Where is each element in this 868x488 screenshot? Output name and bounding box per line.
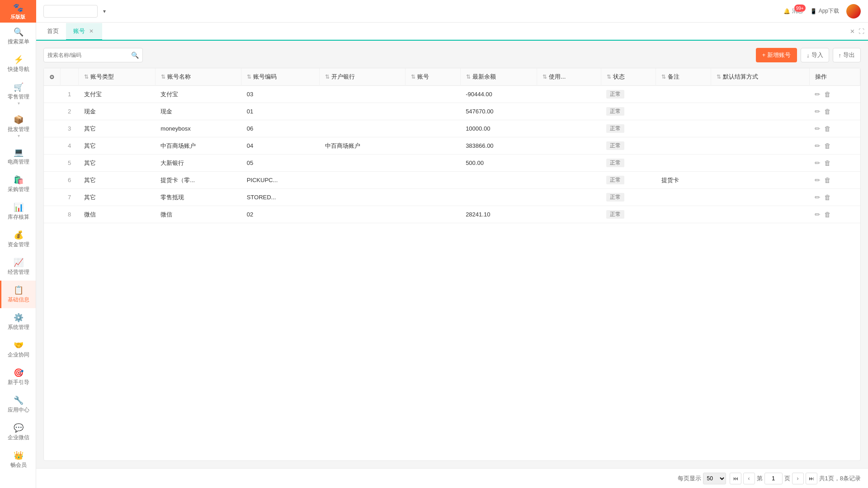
row-status: 正常 (601, 206, 656, 223)
col-num (61, 68, 79, 86)
sidebar-item-wholesale-mgmt[interactable]: 📦批发管理▾ (0, 110, 36, 143)
add-account-button[interactable]: + 新增账号 (756, 48, 797, 62)
col-status[interactable]: ⇅状态 (601, 68, 656, 86)
edit-button[interactable]: ✏ (815, 176, 821, 184)
sidebar-item-system-mgmt[interactable]: ⚙️系统管理 (0, 308, 36, 336)
table-row: 4 其它 中百商场账户 04 中百商场账户 383866.00 正常 ✏ 🗑 (44, 137, 860, 155)
sidebar-item-label: 基础信息 (8, 296, 29, 304)
row-gear[interactable] (44, 86, 61, 103)
edit-button[interactable]: ✏ (815, 90, 821, 99)
delete-button[interactable]: 🗑 (824, 211, 831, 218)
app-download-button[interactable]: 📱 App下载 (810, 7, 839, 15)
first-page-button[interactable]: ⏮ (730, 473, 741, 484)
col-default-settlement[interactable]: ⇅默认结算方式 (711, 68, 809, 86)
delete-button[interactable]: 🗑 (824, 193, 831, 201)
last-page-button[interactable]: ⏭ (806, 473, 817, 484)
edit-button[interactable]: ✏ (815, 125, 821, 133)
prev-page-button[interactable]: ‹ (743, 473, 755, 484)
vip-member-icon: 👑 (14, 450, 24, 460)
row-status: 正常 (601, 86, 656, 103)
sidebar-item-label: 电商管理 (8, 158, 29, 166)
edit-button[interactable]: ✏ (815, 193, 821, 202)
sidebar-item-retail-mgmt[interactable]: 🛒零售管理▾ (0, 78, 36, 110)
sidebar-item-basic-info[interactable]: 📋基础信息 (0, 281, 36, 308)
expand-icon[interactable]: ⛶ (859, 28, 864, 35)
edit-button[interactable]: ✏ (815, 108, 821, 116)
row-type: 其它 (79, 172, 156, 189)
delete-button[interactable]: 🗑 (824, 142, 831, 150)
col-type[interactable]: ⇅账号类型 (79, 68, 156, 86)
sidebar-item-enterprise-wechat[interactable]: 💬企业微信 (0, 418, 36, 446)
sidebar-item-search-menu[interactable]: 🔍搜索菜单 (0, 23, 36, 50)
col-remark[interactable]: ⇅备注 (656, 68, 711, 86)
row-gear[interactable] (44, 189, 61, 206)
table-row: 8 微信 微信 02 28241.10 正常 ✏ 🗑 (44, 206, 860, 223)
delete-button[interactable]: 🗑 (824, 108, 831, 115)
sidebar-item-operation-mgmt[interactable]: 📈经营管理 (0, 253, 36, 281)
delete-button[interactable]: 🗑 (824, 90, 831, 98)
col-balance[interactable]: ⇅最新余额 (460, 68, 537, 86)
search-icon[interactable]: 🔍 (131, 52, 139, 59)
pagination-bar: 每页显示 50 100 200 ⏮ ‹ 第 页 › ⏭ 共1页，8条记录 (36, 468, 868, 488)
wholesale-mgmt-icon: 📦 (14, 115, 24, 125)
row-account (406, 120, 460, 137)
close-all-icon[interactable]: ✕ (850, 28, 855, 35)
per-page-dropdown[interactable]: 50 100 200 (703, 473, 726, 484)
edit-button[interactable]: ✏ (815, 142, 821, 150)
sidebar-item-enterprise-agreement[interactable]: 🤝企业协同 (0, 336, 36, 363)
row-code: 02 (241, 206, 320, 223)
tab-account[interactable]: 账号 ✕ (66, 23, 102, 40)
export-button[interactable]: ↑ 导出 (833, 48, 861, 62)
import-button[interactable]: ↓ 导入 (801, 48, 829, 62)
search-input[interactable] (47, 52, 131, 58)
row-gear[interactable] (44, 172, 61, 189)
sidebar-item-finance-mgmt[interactable]: 💰资金管理 (0, 225, 36, 253)
top-search-input[interactable] (43, 5, 98, 18)
user-avatar[interactable] (846, 4, 861, 19)
sidebar-item-inventory[interactable]: 📊库存核算 (0, 198, 36, 225)
sidebar-item-newcomer-guide[interactable]: 🎯新手引导 (0, 363, 36, 391)
row-gear[interactable] (44, 120, 61, 137)
top-dropdown[interactable]: ▾ (103, 8, 106, 14)
next-page-button[interactable]: › (792, 473, 804, 484)
row-usage (537, 137, 601, 155)
row-name: 中百商场账户 (155, 137, 241, 155)
row-status: 正常 (601, 155, 656, 172)
row-num: 3 (61, 120, 79, 137)
delete-button[interactable]: 🗑 (824, 159, 831, 167)
row-account (406, 103, 460, 120)
edit-button[interactable]: ✏ (815, 159, 821, 167)
delete-button[interactable]: 🗑 (824, 176, 831, 184)
edit-button[interactable]: ✏ (815, 211, 821, 219)
row-balance: 383866.00 (460, 137, 537, 155)
content-area: 🔍 + 新增账号 ↓ 导入 ↑ 导出 (36, 41, 868, 488)
row-gear[interactable] (44, 206, 61, 223)
sidebar-item-quick-nav[interactable]: ⚡快捷导航 (0, 50, 36, 78)
sidebar-item-app-center[interactable]: 🔧应用中心 (0, 391, 36, 418)
tab-home[interactable]: 首页 (40, 23, 66, 40)
per-page-label: 每页显示 (678, 474, 701, 483)
row-name: 支付宝 (155, 86, 241, 103)
sidebar-item-ecommerce-mgmt[interactable]: 💻电商管理 (0, 143, 36, 170)
col-name[interactable]: ⇅账号名称 (155, 68, 241, 86)
row-usage (537, 103, 601, 120)
row-type: 现金 (79, 103, 156, 120)
sidebar-item-label: 企业协同 (8, 351, 29, 359)
page-input[interactable] (764, 473, 783, 484)
notification-button[interactable]: 🔔 消息 99+ (783, 7, 803, 15)
row-gear[interactable] (44, 103, 61, 120)
col-gear[interactable]: ⚙ (44, 68, 61, 86)
col-bank[interactable]: ⇅开户银行 (320, 68, 406, 86)
delete-button[interactable]: 🗑 (824, 125, 831, 132)
tab-home-label: 首页 (47, 27, 59, 35)
sidebar-item-purchase-mgmt[interactable]: 🛍️采购管理 (0, 170, 36, 198)
operation-mgmt-icon: 📈 (14, 258, 24, 267)
col-code[interactable]: ⇅账号编码 (241, 68, 320, 86)
row-gear[interactable] (44, 137, 61, 155)
col-account[interactable]: ⇅账号 (406, 68, 460, 86)
col-usage[interactable]: ⇅使用... (537, 68, 601, 86)
sidebar-item-vip-member[interactable]: 👑畅会员 (0, 446, 36, 474)
row-gear[interactable] (44, 155, 61, 172)
search-menu-icon: 🔍 (14, 27, 24, 37)
tab-close-icon[interactable]: ✕ (88, 28, 95, 35)
